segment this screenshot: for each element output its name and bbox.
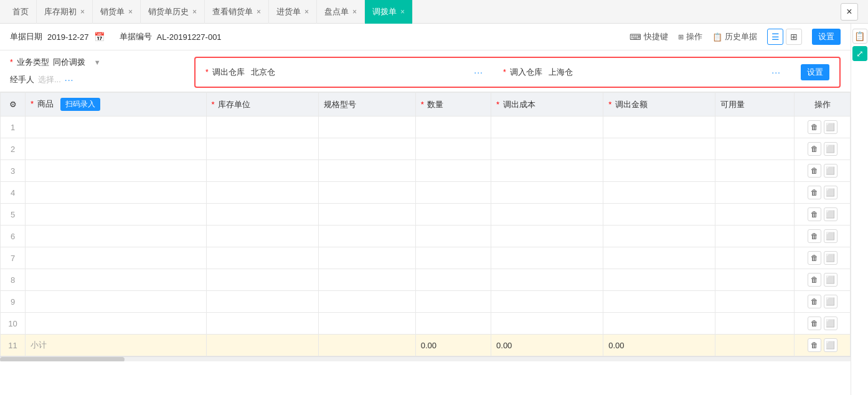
delete-icon[interactable]: 🗑 <box>808 164 821 178</box>
tab-stocktake-close[interactable]: × <box>352 7 357 16</box>
cell-product[interactable] <box>26 138 207 160</box>
cell-available[interactable] <box>715 117 795 138</box>
cell-available[interactable] <box>715 204 795 226</box>
cell-cost[interactable] <box>491 204 603 226</box>
cell-unit[interactable] <box>206 247 318 269</box>
cell-spec[interactable] <box>318 138 415 160</box>
th-gear[interactable]: ⚙ <box>1 93 26 117</box>
cell-available[interactable] <box>715 313 795 335</box>
cell-available[interactable] <box>715 269 795 291</box>
cell-unit[interactable] <box>206 160 318 182</box>
sidebar-expand-icon[interactable]: ⤢ <box>852 46 867 61</box>
tab-home[interactable]: 首页 <box>5 0 37 24</box>
cell-available[interactable] <box>715 291 795 313</box>
grid-view-btn[interactable]: ⊞ <box>786 29 802 45</box>
cell-spec[interactable] <box>318 269 415 291</box>
cell-qty[interactable] <box>415 269 491 291</box>
sidebar-note-icon[interactable]: 📋 <box>852 29 867 44</box>
cell-product[interactable] <box>26 117 207 138</box>
tab-transfer[interactable]: 调拨单 × <box>365 0 413 24</box>
scroll-bar-thumb[interactable] <box>0 357 125 361</box>
list-view-btn[interactable]: ☰ <box>767 29 783 45</box>
business-type-select[interactable]: 同价调拨 ▼ <box>53 57 153 68</box>
delete-icon[interactable]: 🗑 <box>808 186 821 199</box>
cell-qty[interactable] <box>415 160 491 182</box>
cell-spec[interactable] <box>318 291 415 313</box>
tab-sales-order-close[interactable]: × <box>128 7 133 16</box>
cell-available[interactable] <box>715 226 795 247</box>
cell-amount[interactable] <box>603 138 715 160</box>
cell-product[interactable] <box>26 269 207 291</box>
copy-icon[interactable]: ⬜ <box>824 273 837 287</box>
tab-purchase-order-close[interactable]: × <box>304 7 309 16</box>
cell-product[interactable] <box>26 204 207 226</box>
tab-sales-order[interactable]: 销货单 × <box>93 0 141 24</box>
cell-qty[interactable] <box>415 138 491 160</box>
copy-icon[interactable]: ⬜ <box>824 142 837 156</box>
cell-cost[interactable] <box>491 138 603 160</box>
calendar-icon[interactable]: 📅 <box>94 32 105 42</box>
cell-unit[interactable] <box>206 313 318 335</box>
cell-unit[interactable] <box>206 269 318 291</box>
cell-unit[interactable] <box>206 204 318 226</box>
delete-icon[interactable]: 🗑 <box>808 229 821 243</box>
delete-icon[interactable]: 🗑 <box>808 273 821 287</box>
cell-amount[interactable] <box>603 269 715 291</box>
cell-cost[interactable] <box>491 247 603 269</box>
handler-more-btn[interactable]: ··· <box>65 75 74 85</box>
cell-product[interactable] <box>26 226 207 247</box>
copy-icon[interactable]: ⬜ <box>824 164 837 178</box>
tab-purchase-order[interactable]: 进货单 × <box>269 0 317 24</box>
tab-inventory-init-close[interactable]: × <box>80 7 85 16</box>
scan-btn[interactable]: 扫码录入 <box>60 98 100 111</box>
cell-spec[interactable] <box>318 313 415 335</box>
shortcut-btn[interactable]: ⌨ 快捷键 <box>630 31 668 42</box>
cell-product[interactable] <box>26 291 207 313</box>
delete-icon[interactable]: 🗑 <box>808 316 821 330</box>
handler-placeholder[interactable]: 选择... <box>38 74 61 85</box>
scroll-bar-area[interactable] <box>0 356 851 361</box>
target-warehouse-more-btn[interactable]: ··· <box>771 67 781 77</box>
cell-product[interactable] <box>26 160 207 182</box>
copy-icon[interactable]: ⬜ <box>824 207 837 221</box>
cell-spec[interactable] <box>318 247 415 269</box>
cell-unit[interactable] <box>206 226 318 247</box>
cell-spec[interactable] <box>318 226 415 247</box>
tab-inventory-init[interactable]: 库存期初 × <box>37 0 93 24</box>
cell-available[interactable] <box>715 160 795 182</box>
cell-amount[interactable] <box>603 117 715 138</box>
cell-unit[interactable] <box>206 182 318 204</box>
copy-icon[interactable]: ⬜ <box>824 186 837 199</box>
cell-spec[interactable] <box>318 117 415 138</box>
cell-amount[interactable] <box>603 182 715 204</box>
cell-qty[interactable] <box>415 117 491 138</box>
cell-amount[interactable] <box>603 291 715 313</box>
tab-sales-history[interactable]: 销货单历史 × <box>141 0 205 24</box>
cell-amount[interactable] <box>603 313 715 335</box>
cell-product[interactable] <box>26 313 207 335</box>
copy-icon[interactable]: ⬜ <box>824 295 837 308</box>
cell-cost[interactable] <box>491 269 603 291</box>
operation-btn[interactable]: ⊞ 操作 <box>678 31 702 42</box>
cell-amount[interactable] <box>603 160 715 182</box>
delete-icon[interactable]: 🗑 <box>808 142 821 156</box>
cell-qty[interactable] <box>415 247 491 269</box>
tab-sales-history-close[interactable]: × <box>192 7 197 16</box>
delete-icon[interactable]: 🗑 <box>808 251 821 265</box>
cell-unit[interactable] <box>206 117 318 138</box>
delete-icon[interactable]: 🗑 <box>808 120 821 134</box>
history-btn[interactable]: 📋 历史单据 <box>712 31 757 42</box>
cell-amount[interactable] <box>603 204 715 226</box>
cell-qty[interactable] <box>415 204 491 226</box>
window-close-button[interactable]: × <box>841 3 858 21</box>
cell-available[interactable] <box>715 138 795 160</box>
delete-icon[interactable]: 🗑 <box>808 295 821 308</box>
warehouse-settings-button[interactable]: 设置 <box>801 64 829 80</box>
cell-qty[interactable] <box>415 313 491 335</box>
cell-product[interactable] <box>26 182 207 204</box>
cell-available[interactable] <box>715 182 795 204</box>
source-warehouse-more-btn[interactable]: ··· <box>474 67 483 77</box>
cell-cost[interactable] <box>491 160 603 182</box>
cell-qty[interactable] <box>415 291 491 313</box>
cell-cost[interactable] <box>491 182 603 204</box>
